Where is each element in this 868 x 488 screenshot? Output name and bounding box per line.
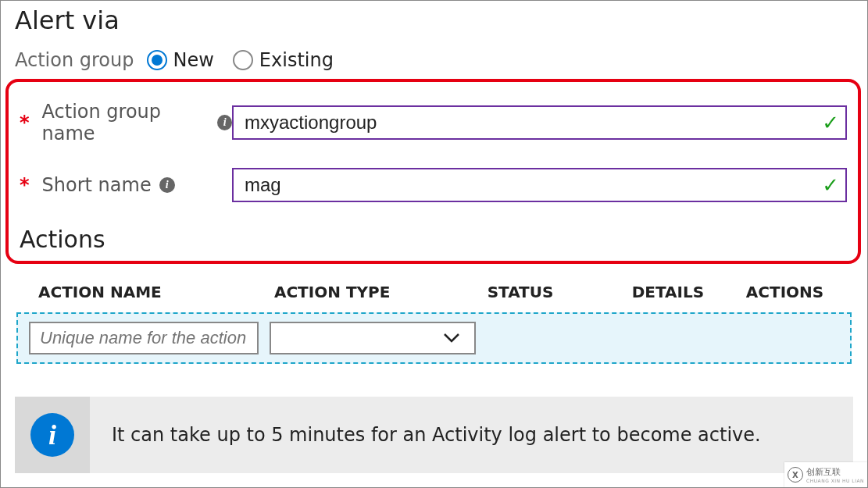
actions-table-header: ACTION NAME ACTION TYPE STATUS DETAILS A…	[15, 264, 853, 312]
short-name-input[interactable]	[232, 168, 847, 202]
actions-heading: Actions	[20, 226, 847, 253]
radio-new-label: New	[173, 49, 214, 71]
action-group-label: Action group	[15, 49, 134, 71]
action-type-select[interactable]	[270, 322, 476, 354]
watermark-sub: CHUANG XIN HU LIAN	[806, 478, 864, 483]
info-banner-icon-box: i	[15, 397, 90, 473]
actions-new-row	[16, 312, 852, 364]
radio-circle-icon	[233, 50, 253, 70]
radio-existing[interactable]: Existing	[233, 49, 334, 71]
highlight-box: * Action group name i ✓ * Short name i ✓…	[5, 79, 861, 264]
short-name-label: Short name	[42, 174, 152, 196]
th-status: STATUS	[488, 283, 632, 301]
form-row-short-name: * Short name i ✓	[20, 168, 847, 202]
required-star-icon: *	[20, 112, 30, 134]
watermark: X 创新互联 CHUANG XIN HU LIAN	[784, 462, 867, 487]
checkmark-icon: ✓	[822, 111, 839, 134]
th-action-type: ACTION TYPE	[274, 283, 488, 301]
required-star-icon: *	[20, 174, 30, 196]
radio-circle-icon	[147, 50, 167, 70]
watermark-logo-icon: X	[788, 467, 803, 483]
action-group-name-input[interactable]	[232, 105, 847, 140]
th-details: DETAILS	[632, 283, 746, 301]
radio-existing-label: Existing	[259, 49, 334, 71]
watermark-brand: 创新互联	[806, 466, 864, 478]
radio-new[interactable]: New	[147, 49, 214, 71]
th-action-name: ACTION NAME	[38, 283, 274, 301]
th-actions: ACTIONS	[746, 283, 830, 301]
action-name-input[interactable]	[29, 322, 259, 354]
info-banner: i It can take up to 5 minutes for an Act…	[15, 397, 853, 473]
radio-group: New Existing	[147, 49, 334, 71]
chevron-down-icon	[443, 333, 460, 344]
info-banner-text: It can take up to 5 minutes for an Activ…	[112, 424, 761, 446]
checkmark-icon: ✓	[822, 173, 839, 197]
radio-dot-icon	[152, 55, 163, 66]
info-icon[interactable]: i	[217, 115, 232, 130]
form-row-action-group-name: * Action group name i ✓	[20, 101, 847, 144]
action-group-name-label: Action group name	[42, 101, 210, 144]
info-icon: i	[30, 413, 74, 457]
section-title: Alert via	[15, 5, 853, 35]
info-icon[interactable]: i	[159, 177, 175, 193]
action-group-radio-row: Action group New Existing	[15, 49, 853, 71]
